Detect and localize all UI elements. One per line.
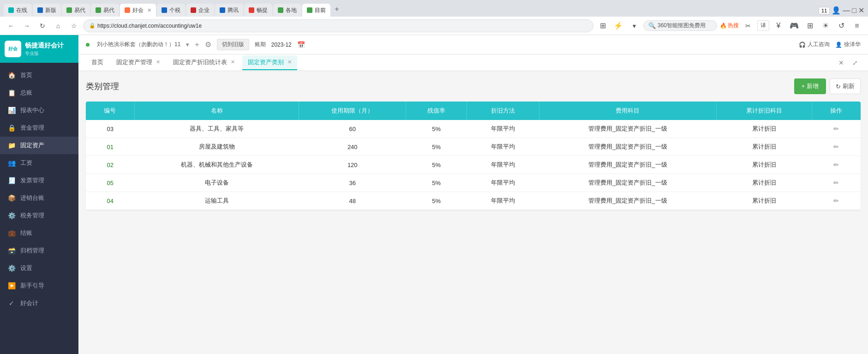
undo-icon[interactable]: ↺ <box>835 19 848 32</box>
edit-icon[interactable]: ✏ <box>833 161 839 168</box>
reload-btn[interactable]: ↻ <box>36 19 49 32</box>
profile-icon[interactable]: 👤 <box>832 6 841 15</box>
sidebar-item-ledger[interactable]: 📋 总账 <box>0 84 78 102</box>
cell-action[interactable]: ✏ <box>812 120 861 138</box>
sidebar-item-salary[interactable]: 👥 工资 <box>0 154 78 172</box>
dropdown-btn[interactable]: ▾ <box>628 19 641 32</box>
back-btn[interactable]: ← <box>5 19 18 32</box>
refresh-btn[interactable]: ↻ 刷新 <box>830 78 861 94</box>
settings-cog-icon[interactable]: ⚙ <box>205 40 211 49</box>
sidebar-item-stock[interactable]: 📦 进销台账 <box>0 189 78 207</box>
browser-tab-changtui[interactable]: 畅提 <box>244 4 272 17</box>
expand-icon[interactable]: ⤢ <box>850 57 861 68</box>
minimize-icon[interactable]: — <box>843 6 850 15</box>
col-header-depreciation: 累计折旧科目 <box>716 102 812 120</box>
cell-expense: 管理费用_固定资产折旧_一级 <box>539 138 716 156</box>
table-row: 01 房屋及建筑物 240 5% 年限平均 管理费用_固定资产折旧_一级 累计折… <box>86 138 861 156</box>
tab-close-icon[interactable]: ✕ <box>147 7 151 13</box>
page-tab-depreciation[interactable]: 固定资产折旧统计表 ✕ <box>168 55 240 70</box>
main-content: 刘小艳演示帐套（勿删勿动！）11 ▾ + ⚙ 切到旧版 账期 2023-12 📅… <box>78 35 868 354</box>
logo-text: 畅捷通好会计 专业版 <box>25 41 64 57</box>
game-icon[interactable]: 🎮 <box>788 19 801 32</box>
switch-version-btn[interactable]: 切到旧版 <box>217 39 249 50</box>
menu-icon[interactable]: ≡ <box>850 19 863 32</box>
url-bar[interactable]: 🔒 https://cloud.chanjet.com/accounting/u… <box>83 19 593 32</box>
sidebar-item-fixed-assets[interactable]: 📁 固定资产 <box>0 137 78 154</box>
cell-residual: 5% <box>406 120 467 138</box>
browser-tab-bar: 在线 新版 易代 易代 好会 ✕ 个税 企业 腾讯 畅提 各地 目前 + <box>0 0 868 17</box>
sidebar-item-home[interactable]: 🏠 首页 <box>0 66 78 84</box>
url-text: https://cloud.chanjet.com/accounting/uw1… <box>97 23 202 29</box>
tab-close-depreciation-icon[interactable]: ✕ <box>231 59 235 65</box>
browser-tab-easy1[interactable]: 易代 <box>62 4 90 17</box>
brightness-icon[interactable]: ☀ <box>819 19 832 32</box>
add-btn[interactable]: + 新增 <box>794 78 826 94</box>
lightning-icon[interactable]: ⚡ <box>612 19 625 32</box>
add-account-icon[interactable]: + <box>195 41 199 49</box>
cell-action[interactable]: ✏ <box>812 174 861 192</box>
page-tab-asset-mgr[interactable]: 固定资产管理 ✕ <box>111 55 166 70</box>
user-avatar-area[interactable]: 👤 徐泽华 <box>835 41 861 48</box>
browser-tab-tencent[interactable]: 腾讯 <box>215 4 243 17</box>
headset-icon: 🎧 <box>799 42 806 48</box>
grid-icon[interactable]: ⊞ <box>803 19 816 32</box>
search-bar[interactable]: 🔍 360智能抠图免费用 <box>643 20 717 31</box>
support-btn[interactable]: 🎧 人工咨询 <box>799 41 830 48</box>
browser-tab-hao[interactable]: 好会 ✕ <box>120 4 156 17</box>
sidebar-item-settle[interactable]: 💼 结账 <box>0 224 78 242</box>
edit-icon[interactable]: ✏ <box>833 197 839 204</box>
scissors-icon[interactable]: ✂ <box>742 19 754 32</box>
forward-btn[interactable]: → <box>20 19 33 32</box>
tab-close-category-icon[interactable]: ✕ <box>287 59 292 65</box>
edit-icon[interactable]: ✏ <box>833 143 839 150</box>
edit-icon[interactable]: ✏ <box>833 179 839 186</box>
browser-tab-tax[interactable]: 个税 <box>157 4 185 17</box>
maximize-icon[interactable]: □ <box>852 6 856 15</box>
finance-icon: 🔒 <box>7 124 16 132</box>
home-btn[interactable]: ⌂ <box>52 19 65 32</box>
hot-search-btn[interactable]: 🔥 热搜 <box>720 22 739 30</box>
page-tab-home[interactable]: 首页 <box>86 55 109 70</box>
cell-action[interactable]: ✏ <box>812 138 861 156</box>
address-bar: ← → ↻ ⌂ ☆ 🔒 https://cloud.chanjet.com/ac… <box>0 17 868 35</box>
browser-tab-enterprise[interactable]: 企业 <box>186 4 214 17</box>
edit-icon[interactable]: ✏ <box>833 125 839 132</box>
tab-count-badge: 11 <box>819 7 830 14</box>
translate-icon[interactable]: 译 <box>757 20 769 31</box>
browser-tab-gedi[interactable]: 各地 <box>273 4 301 17</box>
cell-method: 年限平均 <box>467 174 539 192</box>
browser-tab-mubiao[interactable]: 目前 <box>302 4 330 17</box>
calendar-icon[interactable]: 📅 <box>297 41 305 48</box>
bookmark-btn[interactable]: ☆ <box>67 19 80 32</box>
sidebar-item-settings[interactable]: ⚙️ 设置 <box>0 259 78 277</box>
sidebar-item-guide[interactable]: ▶️ 新手引导 <box>0 277 78 294</box>
col-header-method: 折旧方法 <box>467 102 539 120</box>
close-tab-icon[interactable]: ✕ <box>836 57 847 68</box>
sidebar-item-tax[interactable]: ⚙️ 税务管理 <box>0 207 78 224</box>
tab-close-asset-icon[interactable]: ✕ <box>156 59 160 65</box>
close-window-icon[interactable]: ✕ <box>858 6 864 15</box>
page-tab-category[interactable]: 固定资产类别 ✕ <box>242 55 297 70</box>
period-value[interactable]: 2023-12 <box>271 42 292 48</box>
cell-code: 01 <box>86 138 134 156</box>
cell-name: 电子设备 <box>134 174 299 192</box>
device-icon[interactable]: ⊞ <box>596 19 609 32</box>
currency-icon[interactable]: ¥ <box>772 19 785 32</box>
sidebar-item-archive[interactable]: 🗃️ 归档管理 <box>0 242 78 259</box>
cell-action[interactable]: ✏ <box>812 192 861 210</box>
dropdown-arrow-icon[interactable]: ▾ <box>186 41 189 48</box>
sidebar-item-more[interactable]: ✓ 好会计 <box>0 294 78 312</box>
sidebar-item-finance[interactable]: 🔒 资金管理 <box>0 119 78 137</box>
category-table: 编号 名称 使用期限（月） 残值率 折旧方法 费用科目 累计折旧科目 操作 03… <box>86 102 861 210</box>
browser-tab-online[interactable]: 在线 <box>4 4 32 17</box>
browser-tab-new[interactable]: 新版 <box>33 4 61 17</box>
sidebar-item-invoice[interactable]: 🧾 发票管理 <box>0 172 78 189</box>
col-header-expense: 费用科目 <box>539 102 716 120</box>
settings-icon: ⚙️ <box>7 264 16 272</box>
cell-action[interactable]: ✏ <box>812 156 861 174</box>
sidebar-item-report[interactable]: 📊 报表中心 <box>0 102 78 119</box>
ssl-lock-icon: 🔒 <box>89 23 96 29</box>
tab-add-button[interactable]: + <box>331 4 342 15</box>
cell-residual: 5% <box>406 174 467 192</box>
browser-tab-easy2[interactable]: 易代 <box>91 4 119 17</box>
